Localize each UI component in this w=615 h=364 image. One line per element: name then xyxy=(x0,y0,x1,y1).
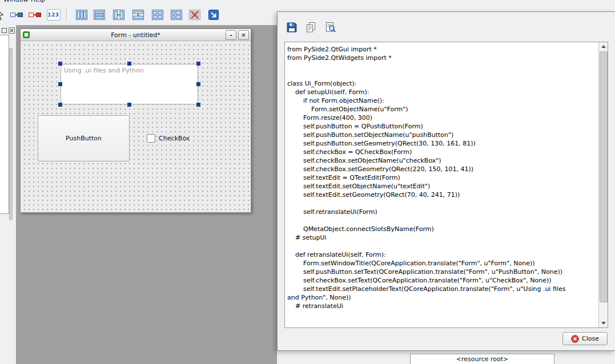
find-button[interactable] xyxy=(323,20,338,35)
selection-handle-mid-left[interactable] xyxy=(58,82,62,86)
selection-handle-top-mid[interactable] xyxy=(127,62,131,66)
break-layout-icon xyxy=(188,8,202,22)
edit-widgets-icon xyxy=(0,8,7,22)
code-view[interactable]: from PySide2.QtGui import * from PySide2… xyxy=(284,42,608,328)
selection-handle-bottom-left[interactable] xyxy=(58,103,62,107)
resource-root-label: <resource root> xyxy=(456,355,509,363)
adjust-size-icon xyxy=(207,8,220,22)
copy-button[interactable] xyxy=(304,20,319,35)
code-preview-dialog: from PySide2.QtGui import * from PySide2… xyxy=(277,11,615,351)
textedit-widget[interactable]: Using .ui files and Python xyxy=(61,64,198,104)
tab-order-label: 123 xyxy=(47,12,59,18)
toolbar-separator xyxy=(66,8,69,21)
edit-buddies-button[interactable] xyxy=(27,7,42,22)
menubar: Window Help xyxy=(0,0,277,4)
form-minimize-button[interactable]: - xyxy=(226,30,236,40)
layout-form-button[interactable] xyxy=(168,7,184,22)
tab-order-button[interactable]: 123 xyxy=(46,7,61,22)
menu-item-window[interactable]: Window xyxy=(3,0,28,3)
form-canvas[interactable]: Using .ui files and Python PushButton Ch… xyxy=(21,41,251,212)
save-button[interactable] xyxy=(284,20,299,35)
widget-box-panel xyxy=(0,25,16,364)
copy-icon xyxy=(305,21,317,34)
edit-buddies-icon xyxy=(28,8,42,22)
form-window-icon xyxy=(23,31,30,38)
adjust-size-button[interactable] xyxy=(206,7,221,22)
selection-handle-top-left[interactable] xyxy=(58,62,62,66)
selection-handle-bottom-mid[interactable] xyxy=(127,103,131,107)
scrollbar-down-icon[interactable] xyxy=(599,319,608,327)
layout-splitter-vertical-button[interactable] xyxy=(130,7,146,22)
form-close-button[interactable]: ✕ xyxy=(238,30,249,40)
widget-box-list[interactable] xyxy=(0,35,9,214)
dock-close-button[interactable] xyxy=(8,27,15,34)
break-layout-button[interactable] xyxy=(187,7,202,22)
layout-form-icon xyxy=(170,8,183,22)
form-titlebar[interactable]: Form - untitled* - ✕ xyxy=(21,29,251,41)
textedit-placeholder: Using .ui files and Python xyxy=(64,67,144,74)
signals-slots-button[interactable] xyxy=(9,7,24,22)
resource-root-item[interactable]: <resource root> xyxy=(410,354,554,364)
form-editor-window: Form - untitled* - ✕ Using .ui files and… xyxy=(20,29,251,213)
layout-horizontal-button[interactable] xyxy=(74,7,89,22)
layout-splitter-vertical-icon xyxy=(131,8,145,22)
main-toolbar: 123 xyxy=(0,6,277,26)
layout-splitter-horizontal-button[interactable] xyxy=(111,7,126,22)
close-button-icon xyxy=(571,335,579,343)
qt-designer-window: Window Help 123 xyxy=(0,0,615,364)
selection-handle-mid-right[interactable] xyxy=(196,82,200,86)
code-scrollbar[interactable] xyxy=(598,42,608,327)
layout-grid-button[interactable] xyxy=(150,7,165,22)
find-icon xyxy=(324,21,337,34)
save-icon xyxy=(286,21,298,34)
scrollbar-thumb[interactable] xyxy=(600,51,608,302)
dock-close-icon xyxy=(9,27,15,34)
selection-handle-top-right[interactable] xyxy=(196,62,200,66)
pushbutton-widget[interactable]: PushButton xyxy=(38,115,130,161)
selection-handle-bottom-right[interactable] xyxy=(196,103,200,107)
code-text: from PySide2.QtGui import * from PySide2… xyxy=(285,42,608,313)
layout-vertical-icon xyxy=(93,8,106,22)
dock-float-button[interactable] xyxy=(1,27,7,34)
signals-slots-icon xyxy=(10,8,23,22)
layout-horizontal-icon xyxy=(75,8,89,22)
edit-widgets-button[interactable] xyxy=(0,7,8,22)
close-button[interactable]: Close xyxy=(562,332,608,345)
code-dialog-toolbar xyxy=(284,20,338,36)
scrollbar-up-icon[interactable] xyxy=(599,42,608,51)
layout-splitter-horizontal-icon xyxy=(112,8,126,22)
mdi-area: Form - untitled* - ✕ Using .ui files and… xyxy=(16,25,277,364)
checkbox-label: CheckBox xyxy=(159,135,190,142)
form-window-title: Form - untitled* xyxy=(21,31,251,39)
tab-order-icon: 123 xyxy=(47,9,61,21)
layout-grid-icon xyxy=(151,8,164,22)
checkbox-widget[interactable]: CheckBox xyxy=(146,127,204,150)
dock-float-icon xyxy=(1,27,7,34)
menu-item-help[interactable]: Help xyxy=(31,0,45,3)
checkbox-indicator[interactable] xyxy=(147,134,155,143)
layout-vertical-button[interactable] xyxy=(91,7,107,22)
close-button-label: Close xyxy=(582,335,599,342)
widget-box-scrollbar[interactable] xyxy=(9,48,13,220)
